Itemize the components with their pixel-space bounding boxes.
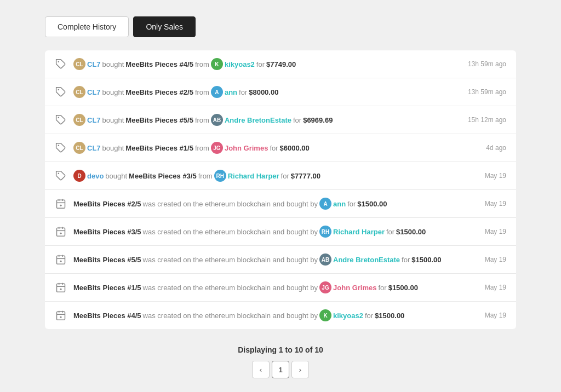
item-time: May 19 <box>485 228 506 235</box>
item-name: MeeBits Pieces #1/5 <box>125 144 193 152</box>
item-content: D devo bought MeeBits Pieces #3/5 from R… <box>73 170 478 182</box>
buyer-avatar: D <box>73 170 85 182</box>
list-item: CL CL7 bought MeeBits Pieces #2/5 from A… <box>45 78 516 106</box>
item-content: MeeBits Pieces #4/5 was created on the e… <box>73 309 478 321</box>
created-text: was created on the ethereum blockchain a… <box>143 256 318 264</box>
page-wrapper: Complete History Only Sales CL CL7 bough… <box>34 0 527 392</box>
buyer-avatar: RH <box>319 226 331 238</box>
bought-text: bought <box>102 88 124 96</box>
bought-text: bought <box>105 172 127 180</box>
created-text: was created on the ethereum blockchain a… <box>143 200 318 208</box>
tab-only-sales[interactable]: Only Sales <box>133 16 196 37</box>
page-1-button[interactable]: 1 <box>272 361 289 378</box>
from-text: from <box>195 60 209 68</box>
from-text: from <box>198 172 213 180</box>
list-item: CL CL7 bought MeeBits Pieces #5/5 from A… <box>45 106 516 134</box>
seller-link[interactable]: Richard Harper <box>228 172 279 180</box>
buyer-avatar: A <box>319 198 331 210</box>
item-name: MeeBits Pieces #3/5 <box>129 172 197 180</box>
price: $1500.00 <box>388 284 418 292</box>
item-time: 4d ago <box>486 144 506 152</box>
sale-icon <box>55 114 67 126</box>
price: $7749.00 <box>266 60 296 68</box>
item-content: MeeBits Pieces #2/5 was created on the e… <box>73 198 478 210</box>
svg-point-3 <box>58 145 60 147</box>
buyer-link[interactable]: Andre BretonEstate <box>333 256 400 264</box>
item-time: May 19 <box>485 172 506 180</box>
sale-icon <box>55 170 67 182</box>
seller-avatar: K <box>211 58 223 70</box>
created-text: was created on the ethereum blockchain a… <box>143 312 318 320</box>
mint-icon <box>55 253 67 266</box>
price: $1500.00 <box>411 256 441 264</box>
svg-point-1 <box>58 89 60 91</box>
mint-icon <box>55 198 67 210</box>
item-name: MeeBits Pieces #3/5 <box>73 228 141 236</box>
seller-link[interactable]: John Grimes <box>225 144 268 152</box>
item-name: MeeBits Pieces #4/5 <box>73 312 141 320</box>
buyer-link[interactable]: CL7 <box>87 144 101 152</box>
svg-point-0 <box>58 61 60 63</box>
pagination-controls: ‹ 1 › <box>45 361 516 378</box>
item-time: 15h 12m ago <box>468 116 506 124</box>
tab-group: Complete History Only Sales <box>45 16 516 37</box>
buyer-link[interactable]: devo <box>87 172 104 180</box>
buyer-link[interactable]: ann <box>333 200 346 208</box>
item-time: 13h 59m ago <box>468 60 506 68</box>
buyer-link[interactable]: Richard Harper <box>333 228 385 236</box>
list-item: MeeBits Pieces #4/5 was created on the e… <box>45 302 516 329</box>
item-time: May 19 <box>485 200 506 207</box>
sale-icon <box>55 86 67 98</box>
list-item: MeeBits Pieces #2/5 was created on the e… <box>45 190 516 218</box>
item-name: MeeBits Pieces #5/5 <box>125 116 193 124</box>
buyer-link[interactable]: CL7 <box>87 88 101 96</box>
buyer-link[interactable]: CL7 <box>87 60 101 68</box>
pagination-wrapper: Displaying 1 to 10 of 10 ‹ 1 › <box>45 345 516 378</box>
seller-avatar: JG <box>211 142 223 154</box>
buyer-avatar: JG <box>319 281 331 293</box>
for-text: for <box>386 228 394 236</box>
buyer-avatar: CL <box>73 58 85 70</box>
tab-complete-history[interactable]: Complete History <box>45 16 129 37</box>
list-item: CL CL7 bought MeeBits Pieces #1/5 from J… <box>45 134 516 162</box>
buyer-link[interactable]: CL7 <box>87 116 101 124</box>
for-text: for <box>378 284 386 292</box>
buyer-link[interactable]: John Grimes <box>333 284 376 292</box>
item-content: MeeBits Pieces #5/5 was created on the e… <box>73 253 478 266</box>
svg-point-2 <box>58 117 60 119</box>
item-name: MeeBits Pieces #4/5 <box>125 60 193 68</box>
item-content: CL CL7 bought MeeBits Pieces #2/5 from A… <box>73 86 461 98</box>
item-content: MeeBits Pieces #3/5 was created on the e… <box>73 226 478 238</box>
buyer-avatar: K <box>319 309 331 321</box>
price: $6000.00 <box>280 144 310 152</box>
from-text: from <box>195 116 209 124</box>
seller-link[interactable]: Andre BretonEstate <box>225 116 291 124</box>
seller-link[interactable]: kikyoas2 <box>225 60 255 68</box>
svg-rect-17 <box>57 256 65 264</box>
svg-point-4 <box>58 173 60 175</box>
next-page-button[interactable]: › <box>291 361 309 378</box>
price: $1500.00 <box>396 228 426 236</box>
item-time: May 19 <box>485 312 506 319</box>
item-time: May 19 <box>485 284 506 291</box>
pagination-info: Displaying 1 to 10 of 10 <box>45 345 516 354</box>
list-item: MeeBits Pieces #1/5 was created on the e… <box>45 274 516 302</box>
for-text: for <box>365 312 373 320</box>
bought-text: bought <box>102 144 124 152</box>
list-item: MeeBits Pieces #3/5 was created on the e… <box>45 218 516 246</box>
buyer-link[interactable]: kikyoas2 <box>333 312 363 320</box>
for-text: for <box>239 88 247 96</box>
from-text: from <box>195 144 209 152</box>
list-item: D devo bought MeeBits Pieces #3/5 from R… <box>45 162 516 190</box>
prev-page-button[interactable]: ‹ <box>252 361 270 378</box>
price: $1500.00 <box>375 312 404 320</box>
item-name: MeeBits Pieces #1/5 <box>73 284 141 292</box>
for-text: for <box>256 60 265 68</box>
item-time: May 19 <box>485 256 506 263</box>
buyer-avatar: CL <box>73 114 85 126</box>
item-name: MeeBits Pieces #2/5 <box>73 200 141 208</box>
seller-link[interactable]: ann <box>225 88 237 96</box>
sale-icon <box>55 142 67 154</box>
buyer-avatar: CL <box>73 86 85 98</box>
sale-icon <box>55 58 67 70</box>
